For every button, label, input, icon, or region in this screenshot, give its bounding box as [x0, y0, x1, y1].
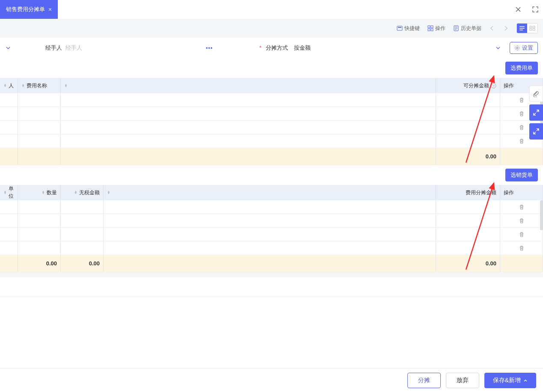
sum-notax: 0.00: [89, 260, 100, 267]
sort-icon: ▲▼: [64, 84, 68, 87]
svg-rect-4: [428, 29, 430, 31]
trash-icon[interactable]: [519, 232, 525, 238]
sum-row: 0.00 0.00 0.00: [0, 255, 543, 272]
settings-button[interactable]: 设置: [510, 42, 538, 54]
prev-record-icon[interactable]: [489, 26, 495, 31]
operate-button[interactable]: 操作: [427, 25, 445, 32]
gear-icon: [514, 45, 520, 51]
scrollbar[interactable]: [540, 200, 543, 230]
sum-alloc: 0.00: [486, 260, 496, 267]
svg-rect-3: [431, 26, 433, 28]
view-toggle: [516, 23, 538, 33]
next-record-icon[interactable]: [503, 26, 509, 31]
trash-icon[interactable]: [519, 125, 525, 131]
svg-point-11: [516, 47, 518, 49]
svg-rect-5: [431, 29, 433, 31]
svg-rect-0: [397, 26, 402, 30]
table-row: [0, 241, 543, 255]
th-fee-name[interactable]: ▲▼费用名称: [18, 78, 61, 93]
svg-rect-2: [428, 26, 430, 28]
table-row: [0, 107, 543, 121]
select-sales-bill-button[interactable]: 选销货单: [505, 169, 538, 181]
fullscreen-icon[interactable]: [530, 4, 540, 15]
table-row: [0, 214, 543, 228]
select-fee-bill-button[interactable]: 选费用单: [505, 62, 538, 74]
expand-alt-icon[interactable]: [529, 123, 543, 140]
sort-icon: ▲▼: [42, 191, 45, 194]
sort-icon: ▲▼: [21, 84, 25, 87]
sum-qty: 0.00: [46, 260, 57, 267]
tab-sales-fee-allocation[interactable]: 销售费用分摊单 ×: [0, 0, 58, 19]
sum-allocatable: 0.00: [486, 153, 496, 160]
trash-icon[interactable]: [519, 204, 525, 210]
sum-row: 0.00: [0, 148, 543, 165]
settings-label: 设置: [522, 44, 533, 52]
sort-icon: ▲▼: [107, 191, 110, 194]
trash-icon[interactable]: [519, 245, 525, 251]
th-notax[interactable]: ▲▼无税金额: [61, 185, 104, 200]
trash-icon[interactable]: [519, 111, 525, 117]
view-list-icon[interactable]: [517, 24, 527, 33]
th-qty[interactable]: ▲▼数量: [18, 185, 61, 200]
history-button[interactable]: 历史单据: [453, 25, 481, 32]
method-chevron-icon[interactable]: [495, 45, 501, 51]
th-supplier[interactable]: ▲▼人: [0, 78, 18, 93]
th-ops2: 操作: [500, 185, 543, 200]
table-row: [0, 134, 543, 148]
sort-icon: ▲▼: [74, 191, 77, 194]
trash-icon[interactable]: [519, 138, 525, 144]
history-label: 历史单据: [461, 25, 481, 32]
svg-rect-7: [530, 26, 531, 28]
svg-rect-8: [533, 26, 535, 28]
shortcut-label: 快捷键: [404, 25, 420, 32]
required-mark: *: [259, 45, 261, 51]
expand-icon[interactable]: [529, 104, 543, 121]
th-alloc[interactable]: 费用分摊金额: [436, 185, 500, 200]
help-icon[interactable]: ?: [491, 83, 496, 89]
fee-table: ▲▼人 ▲▼费用名称 ▲▼ 可分摊金额 ? 操作 0.00: [0, 78, 543, 165]
table-row: [0, 121, 543, 134]
tab-title: 销售费用分摊单: [6, 6, 45, 13]
table-row: [0, 228, 543, 241]
table-row: [0, 93, 543, 107]
handler-label: 经手人: [45, 44, 62, 52]
sales-table: ▲▼单位 ▲▼数量 ▲▼无税金额 ▲▼ 费用分摊金额 操作 0.00 0.00 …: [0, 185, 543, 272]
th-allocatable[interactable]: 可分摊金额 ?: [436, 78, 500, 93]
close-icon[interactable]: ×: [48, 6, 52, 13]
sort-icon: ▲▼: [3, 191, 7, 194]
svg-rect-9: [530, 29, 531, 30]
more-icon[interactable]: •••: [206, 45, 213, 51]
method-value[interactable]: 按金额: [294, 44, 311, 52]
table-row: [0, 200, 543, 214]
chevron-down-icon[interactable]: [5, 45, 11, 51]
view-grid-icon[interactable]: [527, 24, 537, 33]
svg-rect-1: [398, 27, 401, 28]
shortcut-button[interactable]: 快捷键: [397, 25, 420, 32]
svg-rect-10: [533, 29, 535, 30]
svg-text:?: ?: [493, 84, 495, 88]
method-label: 分摊方式: [266, 44, 288, 52]
close-panel-icon[interactable]: [513, 4, 523, 15]
attachment-icon[interactable]: [529, 86, 543, 102]
trash-icon[interactable]: [519, 218, 525, 224]
th-blank2[interactable]: ▲▼: [104, 185, 436, 200]
trash-icon[interactable]: [519, 97, 525, 103]
handler-input[interactable]: [65, 45, 202, 51]
sort-icon: ▲▼: [3, 84, 7, 87]
th-unit[interactable]: ▲▼单位: [0, 185, 18, 200]
th-blank[interactable]: ▲▼: [61, 78, 436, 93]
operate-label: 操作: [435, 25, 445, 32]
